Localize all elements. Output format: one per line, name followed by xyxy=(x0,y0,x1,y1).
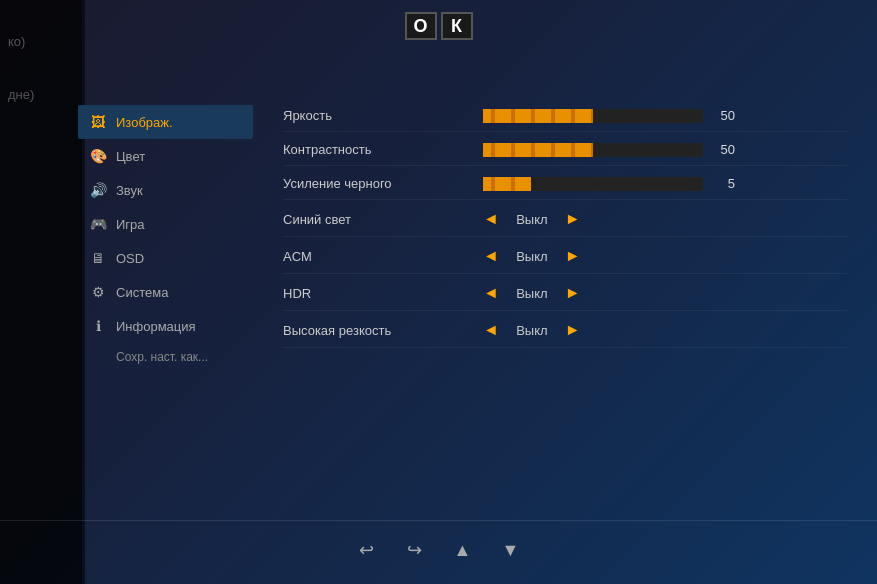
option-value-sharpness: Выкл xyxy=(507,323,557,338)
setting-row-blue_light: Синий свет◄Выкл► xyxy=(283,202,847,237)
sidebar-label-sound: Звук xyxy=(116,183,143,198)
setting-row-acm: ACM◄Выкл► xyxy=(283,239,847,274)
setting-row-black_boost: Усиление черного5 xyxy=(283,168,847,200)
ok-letter-o: О xyxy=(405,12,437,40)
setting-control-hdr: ◄Выкл► xyxy=(483,284,847,302)
sidebar-item-game[interactable]: 🎮Игра xyxy=(78,207,253,241)
setting-name-hdr: HDR xyxy=(283,286,483,301)
setting-name-sharpness: Высокая резкость xyxy=(283,323,483,338)
sidebar: 🖼Изображ.🎨Цвет🔊Звук🎮Игра🖥OSD⚙СистемаℹИнф… xyxy=(78,100,253,512)
sidebar-icon-color: 🎨 xyxy=(88,146,108,166)
nav-btn-back[interactable]: ↩ xyxy=(353,536,381,564)
sidebar-icon-osd: 🖥 xyxy=(88,248,108,268)
arrow-right-blue_light[interactable]: ► xyxy=(565,210,581,228)
sidebar-item-color[interactable]: 🎨Цвет xyxy=(78,139,253,173)
setting-control-sharpness: ◄Выкл► xyxy=(483,321,847,339)
nav-btn-down[interactable]: ▼ xyxy=(497,536,525,564)
bottom-nav: ↩↪▲▼ xyxy=(0,520,877,584)
setting-name-blue_light: Синий свет xyxy=(283,212,483,227)
setting-name-brightness: Яркость xyxy=(283,108,483,123)
setting-control-acm: ◄Выкл► xyxy=(483,247,847,265)
slider-bar-brightness[interactable] xyxy=(483,109,703,123)
setting-control-contrast[interactable]: 50 xyxy=(483,142,847,157)
arrow-left-sharpness[interactable]: ◄ xyxy=(483,321,499,339)
setting-name-acm: ACM xyxy=(283,249,483,264)
screen: ко) дне) О К 🖼Изображ.🎨Цвет🔊Звук🎮Игра🖥OS… xyxy=(0,0,877,584)
sidebar-icon-game: 🎮 xyxy=(88,214,108,234)
arrow-right-sharpness[interactable]: ► xyxy=(565,321,581,339)
slider-value-contrast: 50 xyxy=(715,142,735,157)
slider-value-brightness: 50 xyxy=(715,108,735,123)
arrow-left-hdr[interactable]: ◄ xyxy=(483,284,499,302)
sidebar-item-info[interactable]: ℹИнформация xyxy=(78,309,253,343)
option-value-blue_light: Выкл xyxy=(507,212,557,227)
sidebar-icon-system: ⚙ xyxy=(88,282,108,302)
slider-bar-contrast[interactable] xyxy=(483,143,703,157)
sidebar-icon-info: ℹ xyxy=(88,316,108,336)
slider-fill-brightness xyxy=(483,109,593,123)
nav-btn-enter[interactable]: ↪ xyxy=(401,536,429,564)
nav-btn-up[interactable]: ▲ xyxy=(449,536,477,564)
ok-badge: О К xyxy=(405,12,473,40)
slider-value-black_boost: 5 xyxy=(715,176,735,191)
setting-row-sharpness: Высокая резкость◄Выкл► xyxy=(283,313,847,348)
setting-control-blue_light: ◄Выкл► xyxy=(483,210,847,228)
main-content: 🖼Изображ.🎨Цвет🔊Звук🎮Игра🖥OSD⚙СистемаℹИнф… xyxy=(0,50,877,512)
sidebar-label-color: Цвет xyxy=(116,149,145,164)
settings-panel: Яркость50Контрастность50Усиление черного… xyxy=(253,100,877,512)
sidebar-item-image[interactable]: 🖼Изображ. xyxy=(78,105,253,139)
setting-row-brightness: Яркость50 xyxy=(283,100,847,132)
ok-letter-k: К xyxy=(441,12,473,40)
sidebar-item-system[interactable]: ⚙Система xyxy=(78,275,253,309)
setting-row-hdr: HDR◄Выкл► xyxy=(283,276,847,311)
arrow-left-blue_light[interactable]: ◄ xyxy=(483,210,499,228)
sidebar-label-info: Информация xyxy=(116,319,196,334)
arrow-right-acm[interactable]: ► xyxy=(565,247,581,265)
setting-name-black_boost: Усиление черного xyxy=(283,176,483,191)
option-value-acm: Выкл xyxy=(507,249,557,264)
top-bar: О К xyxy=(0,0,877,50)
sidebar-label-system: Система xyxy=(116,285,168,300)
setting-control-brightness[interactable]: 50 xyxy=(483,108,847,123)
sidebar-save[interactable]: Сохр. наст. как... xyxy=(106,343,253,371)
sidebar-icon-image: 🖼 xyxy=(88,112,108,132)
sidebar-label-game: Игра xyxy=(116,217,145,232)
option-value-hdr: Выкл xyxy=(507,286,557,301)
slider-fill-black_boost xyxy=(483,177,531,191)
setting-control-black_boost[interactable]: 5 xyxy=(483,176,847,191)
arrow-right-hdr[interactable]: ► xyxy=(565,284,581,302)
sidebar-label-osd: OSD xyxy=(116,251,144,266)
slider-bar-black_boost[interactable] xyxy=(483,177,703,191)
sidebar-icon-sound: 🔊 xyxy=(88,180,108,200)
slider-fill-contrast xyxy=(483,143,593,157)
setting-name-contrast: Контрастность xyxy=(283,142,483,157)
sidebar-label-image: Изображ. xyxy=(116,115,173,130)
arrow-left-acm[interactable]: ◄ xyxy=(483,247,499,265)
sidebar-item-osd[interactable]: 🖥OSD xyxy=(78,241,253,275)
sidebar-item-sound[interactable]: 🔊Звук xyxy=(78,173,253,207)
setting-row-contrast: Контрастность50 xyxy=(283,134,847,166)
